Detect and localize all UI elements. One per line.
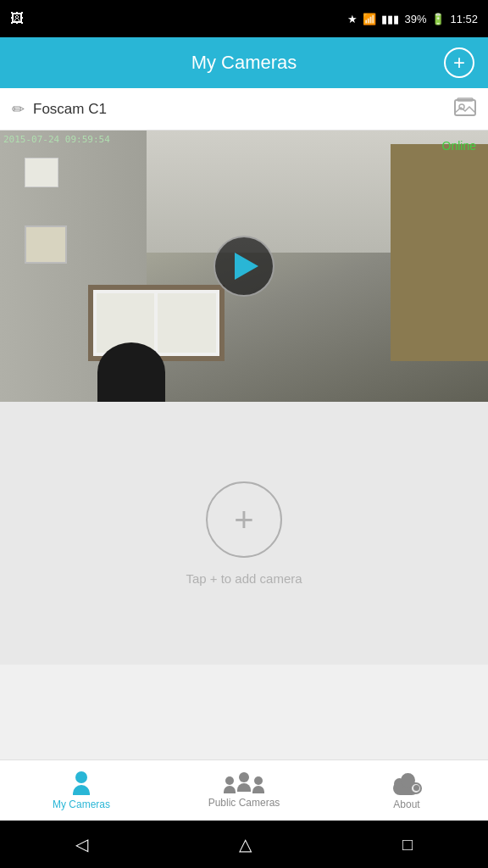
play-button[interactable] bbox=[214, 236, 274, 297]
recent-apps-button[interactable]: □ bbox=[385, 828, 430, 861]
person-head bbox=[75, 771, 87, 783]
edit-icon[interactable]: ✏ bbox=[12, 100, 25, 119]
empty-camera-area: + Tap + to add camera bbox=[0, 402, 488, 665]
plus-circle-icon: + bbox=[234, 503, 253, 537]
home-button[interactable]: △ bbox=[222, 827, 269, 861]
battery-icon: 🔋 bbox=[431, 13, 445, 25]
nav-item-my-cameras[interactable]: My Cameras bbox=[0, 760, 163, 821]
my-cameras-icon bbox=[73, 771, 90, 795]
public-cameras-icon bbox=[224, 772, 264, 793]
status-bar: 🖼 ★ 📶 ▮▮▮ 39% 🔋 11:52 bbox=[0, 0, 488, 37]
camera-name-label: Foscam C1 bbox=[33, 101, 107, 118]
plus-icon: + bbox=[453, 51, 465, 75]
scene-figure bbox=[97, 342, 165, 402]
camera-timestamp: 2015-07-24 09:59:54 bbox=[3, 134, 110, 145]
photo-icon: 🖼 bbox=[10, 11, 24, 26]
scene-shelf bbox=[391, 144, 488, 361]
online-badge: Online bbox=[442, 139, 476, 153]
my-cameras-label: My Cameras bbox=[53, 798, 110, 810]
camera-item-header: ✏ Foscam C1 bbox=[0, 88, 488, 131]
battery-text: 39% bbox=[404, 13, 426, 25]
signal-icon: ▮▮▮ bbox=[381, 13, 399, 25]
bottom-nav: My Cameras Public Cameras bbox=[0, 760, 488, 821]
add-camera-circle-button[interactable]: + bbox=[206, 481, 282, 558]
camera-thumbnail[interactable]: 2015-07-24 09:59:54 Online bbox=[0, 131, 488, 402]
back-button[interactable]: ◁ bbox=[58, 827, 105, 861]
status-left: 🖼 bbox=[10, 11, 24, 26]
app-bar-title: My Cameras bbox=[44, 52, 444, 74]
app-bar: My Cameras + bbox=[0, 37, 488, 88]
scene-window-pane-right bbox=[158, 293, 216, 353]
nav-item-public-cameras[interactable]: Public Cameras bbox=[163, 760, 325, 821]
time-display: 11:52 bbox=[450, 13, 478, 25]
scene-picture bbox=[25, 225, 67, 264]
scene-calendar bbox=[25, 158, 58, 187]
about-icon bbox=[391, 771, 423, 795]
nav-item-about[interactable]: About bbox=[325, 760, 488, 821]
add-camera-header-button[interactable]: + bbox=[444, 47, 474, 78]
play-icon bbox=[235, 253, 258, 280]
wifi-icon: 📶 bbox=[363, 13, 376, 25]
svg-rect-0 bbox=[455, 100, 475, 115]
tap-hint-label: Tap + to add camera bbox=[186, 571, 302, 586]
gallery-icon[interactable] bbox=[454, 97, 476, 120]
star-icon: ★ bbox=[347, 13, 358, 25]
system-nav-bar: ◁ △ □ bbox=[0, 821, 488, 868]
camera-scene: 2015-07-24 09:59:54 Online bbox=[0, 131, 488, 402]
public-cameras-label: Public Cameras bbox=[208, 797, 280, 809]
about-label: About bbox=[393, 798, 419, 810]
person-body bbox=[73, 785, 90, 795]
camera-name-row: ✏ Foscam C1 bbox=[12, 100, 107, 119]
status-right: ★ 📶 ▮▮▮ 39% 🔋 11:52 bbox=[347, 13, 478, 25]
